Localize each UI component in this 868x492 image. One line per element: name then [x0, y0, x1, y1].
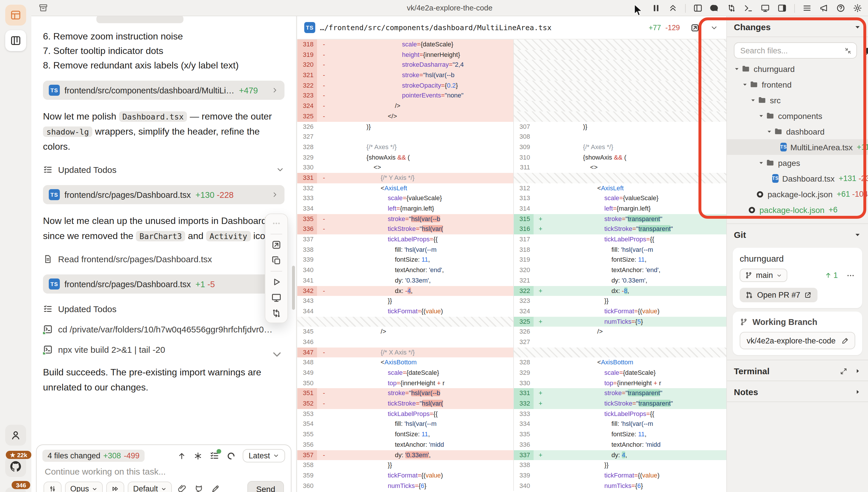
help-icon[interactable] — [836, 3, 845, 13]
code-line: stroke="transparent" — [547, 389, 726, 399]
terminal-command-row[interactable]: npx vite build 2>&1 | tail -20 — [43, 345, 284, 354]
copy-icon[interactable] — [271, 255, 282, 266]
caret-down-icon[interactable] — [758, 113, 764, 119]
play-icon[interactable] — [271, 277, 282, 287]
diff-marker: - — [317, 112, 331, 122]
diff-marker: - — [317, 399, 331, 409]
composer-input[interactable]: Continue working on this task... — [45, 466, 283, 476]
chevrons-up-icon[interactable] — [668, 3, 678, 13]
terminal-command-row[interactable]: cd /private/var/folders/10/h7w0q46556ggr… — [43, 324, 284, 334]
toolbar-separator — [271, 271, 282, 272]
diff-marker: - — [317, 91, 331, 101]
github-button[interactable]: ★ 22k — [5, 456, 26, 477]
file-search-box[interactable] — [734, 42, 857, 58]
file-diff-chip[interactable]: TSfrontend/src/pages/Dashboard.tsx+1 -5 — [43, 274, 284, 294]
code-line: dy: '0.33em', — [331, 276, 513, 286]
tree-folder-components[interactable]: components — [727, 108, 868, 124]
line-number: 341 — [297, 276, 317, 286]
account-button[interactable] — [5, 425, 26, 446]
caret-down-icon[interactable] — [734, 66, 740, 72]
push-button[interactable] — [177, 451, 186, 460]
attach-button[interactable] — [177, 484, 187, 492]
tree-file-MultiLineArea.tsx[interactable]: TSMultiLineArea.tsx+110 -162 — [727, 139, 868, 155]
model-dropdown[interactable]: Opus — [65, 481, 103, 492]
code-line: height={innerHeight} — [331, 50, 513, 60]
expand-terminal-icon[interactable] — [840, 367, 848, 375]
working-branch-field[interactable] — [740, 332, 855, 349]
tree-file-Dashboard.tsx[interactable]: TSDashboard.tsx+131 -233 — [727, 171, 868, 186]
diff-empty-filler — [514, 50, 726, 60]
git-compare-icon[interactable] — [271, 308, 282, 319]
diff-deletions: -129 — [665, 24, 680, 32]
git-compare-icon[interactable] — [727, 3, 736, 13]
tree-folder-dashboard[interactable]: dashboard — [727, 124, 868, 139]
signature-pen-button[interactable] — [211, 484, 220, 492]
review-icon[interactable] — [271, 240, 282, 250]
dots-icon[interactable] — [271, 218, 282, 228]
caret-down-icon[interactable] — [758, 160, 764, 166]
workspace-tab-active[interactable] — [5, 5, 26, 26]
file-path: frontend/src/components/dashboard/MultiL… — [65, 85, 234, 95]
board-tab[interactable] — [5, 30, 26, 51]
file-diff-chip[interactable]: TSfrontend/src/components/dashboard/Mult… — [43, 81, 284, 100]
terminal-prompt-icon[interactable] — [744, 3, 753, 13]
claude-cat-button[interactable] — [194, 484, 204, 492]
megaphone-icon[interactable] — [819, 3, 828, 13]
notes-section-header[interactable]: Notes — [727, 381, 868, 401]
tree-file-package-lock.json[interactable]: package-lock.json+61 -104 — [727, 186, 868, 202]
file-diff-chip[interactable]: TSfrontend/src/pages/Dashboard.tsx+130 -… — [43, 185, 284, 204]
chevron-down-icon — [92, 486, 98, 492]
diff-collapse-chevron[interactable] — [710, 24, 718, 32]
caret-down-icon[interactable] — [767, 128, 772, 134]
mode-dropdown[interactable]: Default — [128, 481, 172, 492]
diff-content[interactable]: 318-scale={dateScale}319-height={innerHe… — [297, 40, 726, 492]
git-section-header[interactable]: Git — [727, 224, 868, 244]
chat-filled-icon[interactable] — [710, 3, 719, 13]
diff-marker: + — [534, 399, 547, 409]
collapse-tree-icon[interactable] — [844, 47, 852, 54]
tool-call-row[interactable]: Read frontend/src/pages/Dashboard.tsx — [43, 254, 284, 264]
monitor-icon[interactable] — [760, 3, 770, 13]
send-button[interactable]: Send — [248, 481, 284, 492]
base-branch-dropdown[interactable]: main — [740, 269, 788, 282]
terminal-section-header[interactable]: Terminal — [727, 360, 868, 380]
todos-button[interactable] — [210, 451, 219, 461]
panel-right-icon[interactable] — [777, 3, 787, 13]
tree-folder-pages[interactable]: pages — [727, 155, 868, 171]
tree-folder-churnguard[interactable]: churnguard — [727, 61, 868, 77]
sparkle-button[interactable] — [193, 451, 203, 460]
line-number: 321 — [514, 276, 534, 286]
working-branch-input[interactable] — [746, 336, 841, 345]
edit-branch-icon[interactable] — [841, 337, 849, 345]
menu-icon[interactable] — [802, 3, 812, 13]
tree-file-package-lock.json[interactable]: package-lock.json+6 — [727, 202, 868, 218]
open-pr-button[interactable]: Open PR #7 — [740, 288, 818, 302]
updated-todos-toggle[interactable]: Updated Todos — [43, 304, 284, 314]
tree-folder-frontend[interactable]: frontend — [727, 77, 868, 92]
tree-folder-src[interactable]: src — [727, 92, 868, 108]
search-input[interactable] — [739, 46, 844, 55]
code-line: textAnchor: 'end', — [331, 265, 513, 275]
version-dropdown[interactable]: Latest — [243, 449, 285, 462]
gear-icon[interactable] — [853, 3, 862, 13]
files-changed-pill[interactable]: 4 files changed +308 -499 — [42, 450, 145, 462]
line-number: 342 — [297, 286, 317, 296]
composer-settings-button[interactable] — [44, 481, 62, 492]
monitor-icon[interactable] — [271, 292, 282, 303]
cat-icon[interactable] — [862, 45, 868, 56]
scroll-to-bottom-button[interactable] — [271, 348, 283, 361]
discord-button[interactable]: 346 — [5, 487, 26, 492]
diff-view-mode-icon[interactable] — [690, 23, 700, 32]
chat-scrollbar[interactable] — [292, 266, 295, 310]
pause-icon[interactable] — [652, 3, 661, 13]
updated-todos-toggle[interactable]: Updated Todos — [43, 165, 284, 175]
git-more-button[interactable] — [846, 271, 855, 280]
caret-down-icon[interactable] — [750, 97, 756, 103]
panel-left-icon[interactable] — [693, 3, 703, 13]
code-line: tickStroke="transparent" — [547, 224, 726, 235]
fast-forward-button[interactable] — [107, 481, 124, 492]
chat-transcript[interactable]: 6. Remove zoom instruction noise7. Softe… — [31, 16, 296, 446]
caret-down-icon[interactable] — [742, 81, 748, 87]
changes-section-header[interactable]: Changes — [727, 16, 868, 36]
caret-right-icon — [855, 389, 861, 395]
